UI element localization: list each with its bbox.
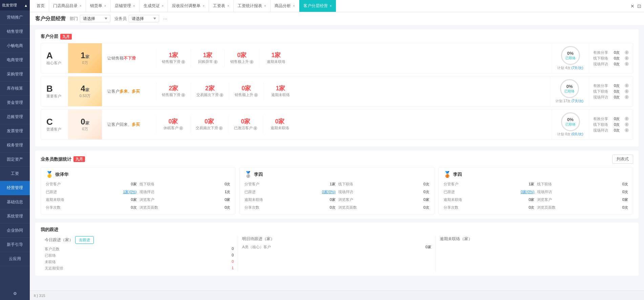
sidebar-item-销售管理[interactable]: 销售管理 — [0, 25, 30, 39]
info-icon[interactable]: i — [254, 93, 258, 97]
contact-link[interactable]: (0天/次) — [572, 132, 583, 136]
info-icon[interactable]: i — [181, 60, 185, 64]
staff-stats-grid: 分管客户0家线下联络0次已跟进1家(0%)现场拜访1次逾期未联络0家浏览客户0家… — [46, 181, 230, 211]
sidebar-item-采购管理[interactable]: 采购管理 — [0, 67, 30, 82]
right-stat-label: 线下联络 — [593, 89, 608, 94]
info-icon-small[interactable]: i — [625, 56, 629, 60]
list-view-button[interactable]: 列表式 — [612, 155, 633, 164]
staff-stat-value[interactable]: 0家(0%) — [521, 189, 534, 194]
sidebar-item-经营管理[interactable]: 经营管理 — [0, 181, 30, 195]
staff-stat-row: 已跟进0家(0%) — [444, 189, 535, 195]
sidebar-item-营销推广[interactable]: 营销推广 — [0, 10, 30, 25]
tab-close-icon[interactable]: × — [80, 4, 82, 8]
staff-stat-value: 0家 — [622, 197, 628, 202]
tier-count-block-B: 4家0.53万 — [68, 76, 102, 106]
close-icon[interactable]: ✕ — [630, 3, 635, 9]
tab-close-icon[interactable]: × — [104, 4, 106, 8]
page-header: 客户分层经营 部门 请选择 业务员 请选择 ··· — [30, 12, 644, 25]
contact-link[interactable]: (7天/次) — [572, 66, 583, 70]
tab-item-工资统计报表[interactable]: 工资统计报表× — [234, 0, 271, 12]
tab-item-首页[interactable]: 首页 — [33, 0, 49, 12]
sidebar-item-税务管理[interactable]: 税务管理 — [0, 138, 30, 153]
info-icon-small[interactable]: i — [625, 89, 629, 93]
info-icon[interactable]: i — [214, 60, 218, 64]
tab-close-icon[interactable]: × — [202, 4, 205, 8]
sidebar-settings[interactable]: ⚙ — [0, 287, 30, 300]
tier-metrics-A: 1家销售额下滑i1家回购异常i0家销售额上升i1家逾期未联络 — [156, 43, 552, 73]
info-icon-small[interactable]: i — [625, 84, 629, 88]
sidebar-item-固定资产[interactable]: 固定资产 — [0, 153, 30, 167]
followup-row-val: 0家 — [426, 245, 431, 250]
tab-item-店铺管理[interactable]: 店铺管理× — [111, 0, 139, 12]
filter-more-icon[interactable]: ··· — [163, 16, 167, 21]
tier-count-num: 4家 — [81, 85, 89, 93]
info-icon-small[interactable]: i — [625, 128, 629, 132]
tab-close-icon[interactable]: × — [293, 4, 295, 8]
staff-medal-icon: 🥉 — [444, 171, 451, 178]
sidebar-item-小畅电商[interactable]: 小畅电商 — [0, 39, 30, 53]
tab-item-商品分析[interactable]: 商品分析× — [271, 0, 299, 12]
contact-link[interactable]: (7天/次) — [572, 99, 583, 103]
followup-row-val: 0 — [232, 253, 234, 258]
goto-followup-button[interactable]: 去跟进 — [75, 236, 94, 244]
tab-item-工资表[interactable]: 工资表× — [209, 0, 234, 12]
info-icon-small[interactable]: i — [625, 50, 629, 54]
tier-contact-A: 0% 已联络 计划 4次 (7天/次) — [552, 43, 589, 73]
sidebar-item-库存核算[interactable]: 库存核算 — [0, 82, 30, 96]
sidebar-item-工资[interactable]: 工资 — [0, 167, 30, 181]
info-icon-small[interactable]: i — [625, 117, 629, 121]
metric-item: 0家休眠客户i — [156, 116, 190, 133]
tier-letter: A — [46, 51, 53, 60]
staff-stat-value[interactable]: 0家(0%) — [322, 189, 336, 194]
tab-item-应收应付调整单[interactable]: 应收应付调整单× — [168, 0, 209, 12]
metric-num: 1家 — [203, 52, 212, 58]
info-icon-small[interactable]: i — [625, 62, 629, 66]
sidebar-item-企业协同[interactable]: 企业协同 — [0, 224, 30, 238]
restore-icon[interactable]: ⊡ — [637, 3, 641, 9]
info-icon[interactable]: i — [219, 126, 223, 130]
tab-close-icon[interactable]: × — [133, 4, 135, 8]
staff-stat-value: 1次 — [224, 189, 230, 194]
info-icon[interactable]: i — [219, 93, 223, 97]
staff-select[interactable]: 请选择 — [129, 15, 159, 22]
status-text: lt } 315 — [34, 294, 45, 298]
info-icon-small[interactable]: i — [625, 122, 629, 126]
info-icon[interactable]: i — [253, 126, 257, 130]
sidebar-collapse-icon[interactable]: ▲ — [24, 3, 28, 7]
tab-item-门店商品目录[interactable]: 门店商品目录× — [49, 0, 86, 12]
info-icon[interactable]: i — [179, 126, 183, 130]
info-icon[interactable]: i — [181, 93, 185, 97]
metric-label: 交易频次下滑i — [196, 125, 223, 131]
metric-item: 2家销售额下滑i — [156, 83, 191, 100]
tab-item-生成凭证[interactable]: 生成凭证× — [139, 0, 168, 12]
tab-close-icon[interactable]: × — [330, 4, 332, 8]
dept-select[interactable]: 请选择 — [80, 15, 110, 22]
followup-row-label: A类（核心）客户 — [242, 245, 271, 250]
tab-close-icon[interactable]: × — [227, 4, 229, 8]
staff-stat-value: 0家 — [424, 197, 429, 202]
info-icon[interactable]: i — [250, 60, 254, 64]
customer-tier-title: 客户分层 九月 — [41, 33, 633, 40]
tab-close-area[interactable]: ✕ ⊡ — [630, 3, 641, 9]
sidebar-item-总账管理[interactable]: 总账管理 — [0, 110, 30, 124]
tier-row-C: C普通客户0家0万让客户回来、多买0家休眠客户i0家交易频次下滑i0家已激活客户… — [41, 109, 633, 140]
info-icon-small[interactable]: i — [625, 95, 629, 99]
staff-stat-value[interactable]: 1家(0%) — [123, 189, 136, 194]
tab-item-客户分层经营[interactable]: 客户分层经营× — [299, 0, 336, 12]
sidebar-item-新手引导[interactable]: 新手引导 — [0, 238, 30, 252]
sidebar-item-基础信息[interactable]: 基础信息 — [0, 195, 30, 209]
metric-label: 逾期未联络 — [271, 92, 290, 97]
staff-card-header: 🥇徐泽华 — [46, 171, 230, 178]
metric-item: 1家逾期未联络 — [263, 83, 297, 100]
tomorrow-followup-title: 明日待跟进（家） — [242, 236, 431, 242]
tab-item-销货单[interactable]: 销货单× — [86, 0, 111, 12]
sidebar-item-云应用[interactable]: 云应用 — [0, 252, 30, 266]
metric-item: 2家交易频次下滑i — [191, 83, 229, 100]
tab-close-icon[interactable]: × — [162, 4, 164, 8]
sidebar-top-item[interactable]: 批发管理 ▲ — [0, 0, 30, 10]
sidebar-item-系统管理[interactable]: 系统管理 — [0, 209, 30, 224]
sidebar-item-电商管理[interactable]: 电商管理 — [0, 53, 30, 67]
sidebar-item-资金管理[interactable]: 资金管理 — [0, 96, 30, 110]
sidebar-item-发票管理[interactable]: 发票管理 — [0, 124, 30, 138]
tab-close-icon[interactable]: × — [264, 4, 266, 8]
